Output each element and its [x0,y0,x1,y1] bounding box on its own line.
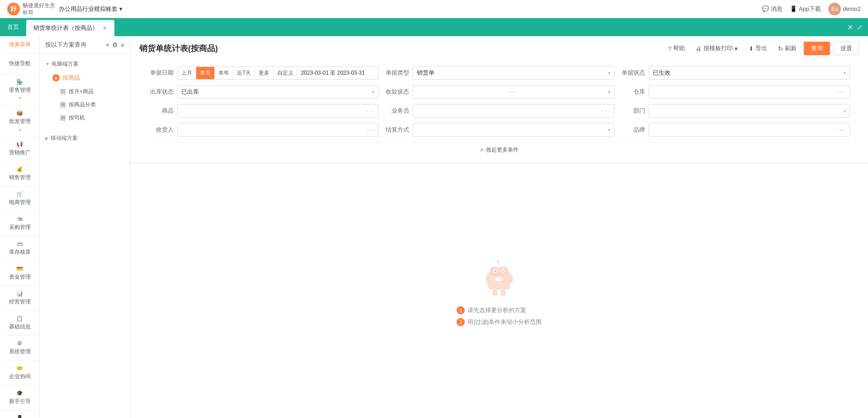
sidebar-item-wholesale[interactable]: 📦 批发管理 ▴ [0,105,39,137]
scheme-item-by-month-goods[interactable]: 日 按月+商品 [40,85,130,98]
filter-staff: 业务员 ··· [384,104,614,118]
settings-scheme-btn[interactable]: ⚙ [112,41,118,48]
goods-control[interactable]: ··· [177,104,378,118]
left-panel: 按以下方案查询 + ⚙ « ▼ 电脑端方案 ● 按商品 日 按月+ [40,36,130,418]
warehouse-control[interactable]: ··· [649,85,850,99]
type-control[interactable]: 销货单 ▾ [413,66,614,80]
chevron-down-icon: ▾ [608,90,610,95]
dots-icon: ··· [508,88,517,96]
sidebar-item-retail[interactable]: 🏪 零售管理 ▾ [0,74,39,105]
marketing-icon: 📢 [16,141,23,147]
date-btn-this-month[interactable]: 本月 [196,67,215,79]
sidebar-item-appcenter[interactable]: 📱 应用中心 [0,410,39,418]
sidebar-item-newbie[interactable]: 🎓 新手引导 [0,385,39,410]
dept-control[interactable]: ▾ [649,104,850,118]
avatar: Ea [828,3,841,15]
retail-icon: 🏪 [16,79,23,85]
paystatus-control[interactable]: ··· ▾ [413,85,614,99]
query-btn[interactable]: 查询 [804,42,830,55]
sidebar-item-enterprise[interactable]: 🤝 企业协同 [0,361,39,385]
svg-rect-8 [509,275,513,283]
sidebar-item-system[interactable]: ⚙ 系统管理 [0,336,39,361]
settings-btn[interactable]: 设置 [834,42,859,55]
scheme-item-by-category[interactable]: 回 按商品分类 [40,98,130,111]
refresh-btn[interactable]: ↻ 刷新 [774,43,800,54]
sidebar-search[interactable]: 搜索菜单 [0,36,39,53]
message-btn[interactable]: 💬 消息 [762,5,783,13]
sub-icon-2: 回 [60,102,66,108]
sidebar-item-basic[interactable]: 📋 基础信息 [0,311,39,336]
purchase-icon: 🛍 [17,216,23,222]
empty-tip-2: 2 用[过滤]条件来缩小分析范围 [457,318,541,326]
tab-stats[interactable]: 销货单统计表（按商品） ✕ [26,20,114,36]
chevron-down-icon: ▾ [119,5,123,12]
help-icon: ? [668,45,671,52]
logo-icon: 好 [7,3,20,15]
scheme-item-by-driver[interactable]: 回 按司机 [40,111,130,124]
brand-control[interactable]: ··· [649,123,850,137]
filter-warehouse: 仓库 ··· [620,85,850,99]
scheme-group-mobile[interactable]: ▶ 移动端方案 [40,132,130,145]
tab-expand-action[interactable]: ⤢ [857,23,863,32]
scheme-item-by-goods[interactable]: ● 按商品 [40,71,130,85]
date-btn-this-year[interactable]: 本年 [215,67,233,79]
active-scheme-icon: ● [52,74,60,81]
app-selector[interactable]: 办公用品行业模拟账套 ▾ [59,5,123,13]
sidebar-item-inventory[interactable]: 🗃 库存核算 [0,236,39,261]
ecommerce-icon: 🛒 [16,191,23,197]
logo-area: 好 畅捷通好生意 标筒 [7,2,55,15]
staff-control[interactable]: ··· [413,104,614,118]
sub-icon-1: 日 [60,89,66,95]
tab-home[interactable]: 首页 [0,18,26,36]
sidebar-item-purchase[interactable]: 🛍 采购管理 [0,211,39,236]
receiver-control[interactable]: ··· [177,123,378,137]
brand-label: 品牌 [620,126,645,134]
dots-icon: ··· [366,126,374,134]
warehouse-label: 仓库 [620,88,645,96]
user-menu[interactable]: Ea demo2 [828,3,861,15]
sidebar-item-ecommerce[interactable]: 🛒 电商管理 [0,186,39,211]
collapse-bar[interactable]: ∧ 收起更多条件 [148,142,850,157]
main-layout: 搜索菜单 快捷导航 🏪 零售管理 ▾ 📦 批发管理 ▴ 📢 营销推广 💰 销售管… [0,36,868,418]
outstatus-control[interactable]: 已出库 ▾ [177,85,378,99]
svg-rect-10 [500,290,506,296]
tab-close-icon[interactable]: ✕ [103,25,107,31]
app-download-btn[interactable]: 📱 App下载 [790,5,821,13]
receiver-label: 收货人 [148,126,174,134]
type-value: 销货单 [417,69,434,77]
chevron-right-icon: ▶ [45,136,49,141]
filter-area: 单据日期 上月 本月 本年 近7天 更多 自定义 2023-03-01 至 20… [139,61,859,163]
top-bar-right: 💬 消息 📱 App下载 Ea demo2 [762,3,861,15]
sidebar-item-finance[interactable]: 💳 资金管理 [0,261,39,286]
filter-dept: 部门 ▾ [620,104,850,118]
sidebar: 搜索菜单 快捷导航 🏪 零售管理 ▾ 📦 批发管理 ▴ 📢 营销推广 💰 销售管… [0,36,40,418]
settle-control[interactable]: ▾ [413,123,614,137]
sidebar-item-quicknav[interactable]: 快捷导航 [0,56,39,71]
date-btn-last-month[interactable]: 上月 [178,67,196,79]
appcenter-icon: 📱 [16,415,23,418]
sidebar-item-marketing[interactable]: 📢 营销推广 [0,137,39,162]
sidebar-item-operations[interactable]: 📊 经营管理 [0,286,39,311]
filter-settle: 结算方式 ▾ [384,123,614,137]
pay-label: 收款状态 [384,88,409,96]
add-scheme-btn[interactable]: + [106,41,109,48]
date-btn-more[interactable]: 更多 [255,67,274,79]
collapse-panel-btn[interactable]: « [121,41,124,48]
settle-label: 结算方式 [384,126,409,134]
tab-close-action[interactable]: ✕ [847,23,853,32]
scheme-group-pc[interactable]: ▼ 电脑端方案 [40,57,130,71]
status-control[interactable]: 已生效 ▾ [649,66,850,80]
filter-receiver: 收货人 ··· [148,123,378,137]
svg-rect-9 [492,290,498,296]
sidebar-item-sales[interactable]: 💰 销售管理 [0,162,39,186]
date-btn-7days[interactable]: 近7天 [233,67,255,79]
tip-num-2: 2 [457,318,465,326]
date-btn-custom[interactable]: 自定义 [274,67,297,79]
help-btn[interactable]: ? 帮助 [665,43,689,54]
chevron-icon: ▴ [19,127,21,132]
print-btn[interactable]: 🖨 按模板打印 ▾ [692,43,741,54]
chevron-down-icon: ▾ [608,128,610,133]
export-btn[interactable]: ⬇ 导出 [745,43,771,54]
system-icon: ⚙ [17,340,22,347]
page-title: 销货单统计表(按商品) [139,43,218,54]
